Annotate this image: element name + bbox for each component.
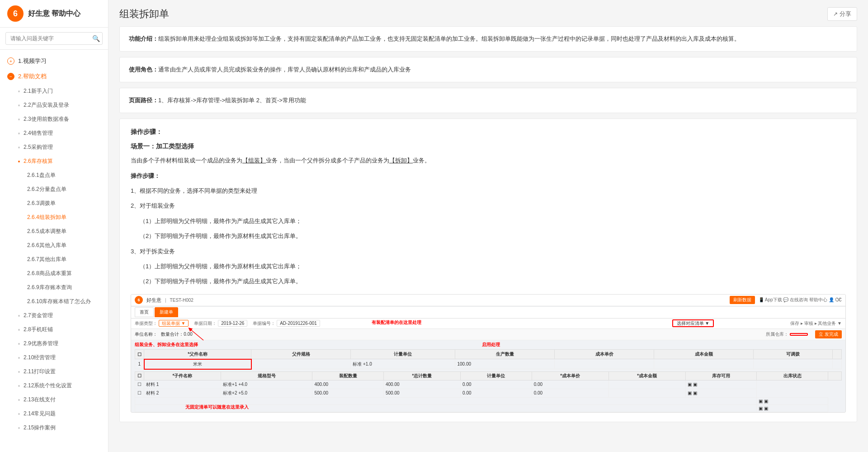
role-text: 使用角色：通常由生产人员或库管人员完成拆装业务的操作，库管人员确认原材料的出库和… <box>129 65 848 75</box>
sidebar-item-cases-label: 2.15操作案例 <box>24 424 56 432</box>
sim-th-checkbox: ☐ <box>135 349 144 359</box>
sidebar-item-new-user[interactable]: 2.1新手入门 <box>0 84 108 98</box>
sidebar-item-2-6-3[interactable]: 2.6.3调拨单 <box>0 196 108 210</box>
sidebar-item-sales[interactable]: 2.4销售管理 <box>0 126 108 140</box>
sim-lth-bom: 装配数量 <box>312 371 384 380</box>
sidebar-item-operation-label: 2.10经营管理 <box>24 354 56 362</box>
content-body: 功能介绍：组装拆卸单用来处理企业组装或拆卸等加工业务，支持有固定装配清单的产品加… <box>108 26 868 452</box>
sim-warehouse-input[interactable] <box>790 333 808 336</box>
intro-text: 功能介绍：组装拆卸单用来处理企业组装或拆卸等加工业务，支持有固定装配清单的产品加… <box>129 34 848 44</box>
sim-ltd-g2: 材料 2 <box>144 389 221 397</box>
sim-summary-left: 单位名称： 数量合计：0.00 <box>135 331 193 338</box>
sidebar-item-data-prep[interactable]: 2.3使用前数据准备 <box>0 112 108 126</box>
scenario-title: 场景一：加工类型选择 <box>131 143 846 151</box>
sidebar-item-print[interactable]: 2.11打印设置 <box>0 365 108 379</box>
sim-td-qty1: 标准 +1.0 <box>351 359 455 369</box>
annotation-text-4: 无固定清单可以随意在这里录入 <box>185 404 249 410</box>
sim-ltd-act5: ▣ ▣ <box>757 412 828 412</box>
dot-icon <box>18 413 20 415</box>
share-icon: ↗ <box>833 11 838 17</box>
sim-ltd-ct1 <box>609 380 685 389</box>
annotation-text-1: 有装配清单的在这里处理 <box>372 319 421 326</box>
sim-ltd-u1: 0.00 <box>461 380 532 389</box>
sim-td-num1: 100.00 <box>455 359 555 369</box>
sim-submit-btn[interactable]: 立 发完成 <box>815 330 842 338</box>
sidebar-item-online-pay-label: 2.13在线支付 <box>24 396 56 404</box>
sidebar-item-mobile[interactable]: 2.8手机旺铺 <box>0 323 108 337</box>
expand-icon-video: + <box>7 57 14 65</box>
sim-ltd-bom2: 500.00 <box>312 389 384 397</box>
search-input[interactable] <box>5 32 103 45</box>
dot-icon <box>18 161 20 162</box>
sidebar-item-2-6-7[interactable]: 2.6.7其他出库单 <box>0 252 108 266</box>
dot-icon <box>18 147 20 148</box>
sidebar-header: 6 好生意 帮助中心 <box>0 0 108 28</box>
role-card: 使用角色：通常由生产人员或库管人员完成拆装业务的操作，库管人员确认原材料的出库和… <box>119 57 857 82</box>
sim-lth-status: 出库状态 <box>757 371 828 380</box>
sim-close-btn[interactable]: ✕ <box>836 296 842 304</box>
steps-card: 操作步骤： 场景一：加工类型选择 当由多个子件材料组装成一个成品的业务为【组装】… <box>119 119 857 422</box>
sidebar-item-2-6-1[interactable]: 2.6.1盘点单 <box>0 168 108 182</box>
sim-td-total1 <box>654 359 754 369</box>
ops-steps-title: 操作步骤： <box>131 171 846 181</box>
sidebar-item-inventory[interactable]: 2.6库存核算 <box>0 154 108 168</box>
screenshot-container: 6 好生意 | TEST-H002 刷新数据 📱 App下载 💬 在线咨询 帮助… <box>131 294 846 413</box>
sim-th-goods: *父件名称 <box>144 349 251 359</box>
sim-type-annotation-area: 组装业务、拆卸业务在这里选择 启用处理 <box>131 340 845 349</box>
sidebar-item-finance[interactable]: 2.7资金管理 <box>0 309 108 323</box>
sidebar-item-install[interactable]: 2.2产品安装及登录 <box>0 98 108 112</box>
sidebar-item-2-6-4[interactable]: 2.6.4组装拆卸单 <box>0 210 108 224</box>
sidebar-item-coupon[interactable]: 2.9优惠券管理 <box>0 337 108 351</box>
sim-tab-active[interactable]: 新建单 <box>155 307 178 317</box>
sidebar-item-2-6-10[interactable]: 2.6.10库存账本错了怎么办 <box>0 295 108 309</box>
annotation-text-3: 启用处理 <box>482 342 500 347</box>
sidebar-item-purchase[interactable]: 2.5采购管理 <box>0 140 108 154</box>
sim-bom-btn[interactable]: 选择对应清单 ▼ <box>672 319 714 327</box>
sidebar-item-video[interactable]: + 1.视频学习 <box>0 53 108 69</box>
dot-icon <box>18 371 20 373</box>
sim-breadcrumb-sep: | <box>165 298 166 303</box>
sidebar-item-system[interactable]: 2.12系统个性化设置 <box>0 379 108 393</box>
step3: 3、对于拆卖业务 <box>131 246 846 257</box>
sidebar-item-video-label: 1.视频学习 <box>18 57 47 65</box>
sidebar-item-system-label: 2.12系统个性化设置 <box>24 382 72 390</box>
search-container: 🔍 <box>0 28 108 50</box>
sidebar-item-2-6-6[interactable]: 2.6.6其他入库单 <box>0 238 108 252</box>
sidebar-item-2-6-8[interactable]: 2.6.8商品成本重算 <box>0 266 108 281</box>
sidebar-item-2-6-6-label: 2.6.6其他入库单 <box>27 242 66 249</box>
sidebar-item-faq[interactable]: 2.14常见问题 <box>0 407 108 421</box>
sim-ltd-cp2: 0.00 <box>532 389 609 397</box>
sim-ltd-act2: ▣ ▣ <box>685 389 757 397</box>
sidebar-item-2-6-9[interactable]: 2.6.9库存账本查询 <box>0 281 108 295</box>
sim-tab-home[interactable]: 首页 <box>135 307 154 317</box>
sim-lth-act <box>828 371 842 380</box>
dot-icon <box>18 90 20 92</box>
sim-td-cost1 <box>555 359 654 369</box>
annotation-arrow-1 <box>185 327 222 345</box>
sidebar-item-2-6-5[interactable]: 2.6.5成本调整单 <box>0 224 108 238</box>
scenario-desc: 当由多个子件材料组装成一个成品的业务为【组装】业务，当由一个父件拆分成多个子产品… <box>131 155 846 166</box>
sidebar-item-online-pay[interactable]: 2.13在线支付 <box>0 393 108 407</box>
sidebar-item-cases[interactable]: 2.15操作案例 <box>0 421 108 435</box>
sim-brand: 好生意 <box>146 297 161 304</box>
sim-logo-icon: 6 <box>135 296 143 304</box>
sim-ltd-u2: 0.00 <box>461 389 532 397</box>
sim-lth-cost-price: *成本单价 <box>532 371 609 380</box>
intro-label: 功能介绍： <box>129 35 158 42</box>
sidebar-item-mobile-label: 2.8手机旺铺 <box>24 326 53 333</box>
sidebar-item-operation[interactable]: 2.10经营管理 <box>0 351 108 365</box>
sim-td-cb1: 1 <box>135 359 144 369</box>
sim-th-cost: 成本单价 <box>555 349 654 359</box>
sim-ltd-s2: 标准+2 +5.0 <box>221 389 312 397</box>
dot-icon <box>18 133 20 134</box>
sim-lth-total-bom: *总计数量 <box>383 371 460 380</box>
search-icon[interactable]: 🔍 <box>92 35 100 42</box>
sidebar-item-2-6-3-label: 2.6.3调拨单 <box>27 200 56 207</box>
step2-1: （1）上部明细为父件明细，最终作为产成品生成其它入库单； <box>140 216 846 226</box>
sidebar-item-docs[interactable]: − 2.帮助文档 2.1新手入门 2.2产品安装及登录 2.3使用前数据准备 <box>0 69 108 435</box>
share-button[interactable]: ↗ 分享 <box>827 7 857 21</box>
sidebar-item-sales-label: 2.4销售管理 <box>24 129 53 137</box>
sim-ltd-empty5 <box>135 412 757 412</box>
sim-lth-goods: *子件名称 <box>144 371 221 380</box>
sidebar-item-2-6-2[interactable]: 2.6.2分量盘点单 <box>0 182 108 196</box>
